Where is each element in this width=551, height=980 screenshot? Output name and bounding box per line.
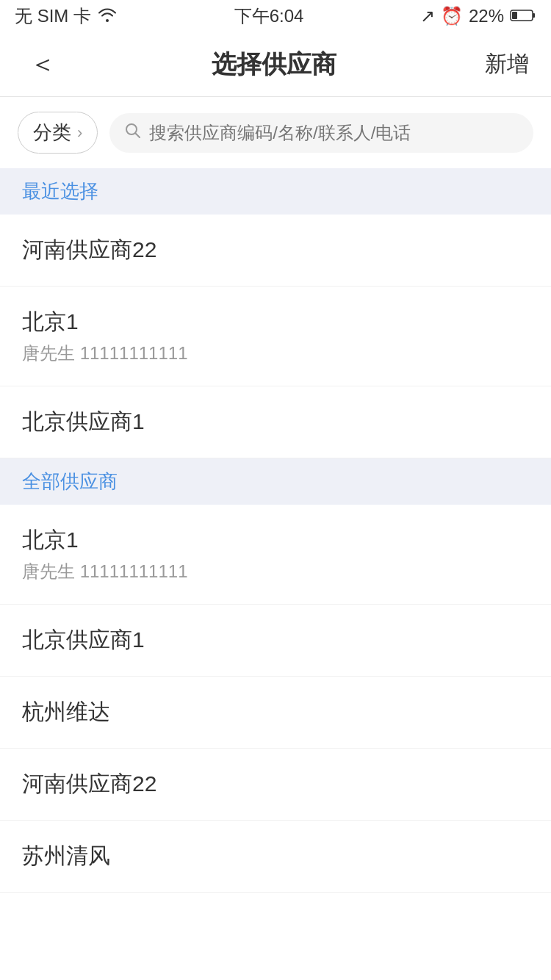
list-item[interactable]: 苏州清风 <box>0 821 551 893</box>
svg-rect-2 <box>512 12 517 19</box>
status-right: ↗ ⏰ 22% <box>420 6 536 26</box>
item-name: 北京供应商1 <box>22 625 529 655</box>
item-name: 北京供应商1 <box>22 407 529 437</box>
list-item[interactable]: 北京供应商1 <box>0 386 551 458</box>
item-name: 河南供应商22 <box>22 769 529 799</box>
item-name: 北京1 <box>22 307 529 337</box>
status-left: 无 SIM 卡 <box>15 4 118 28</box>
list-item[interactable]: 河南供应商22 <box>0 749 551 821</box>
search-icon <box>124 122 142 144</box>
wifi-icon <box>97 6 118 26</box>
category-label: 分类 <box>33 120 71 145</box>
status-time: 下午6:04 <box>234 4 304 28</box>
filter-row: 分类 › <box>0 97 551 168</box>
item-name: 河南供应商22 <box>22 235 529 265</box>
section-title-all: 全部供应商 <box>22 470 118 492</box>
item-sub: 唐先生 11111111111 <box>22 342 529 365</box>
sections-container: 最近选择河南供应商22北京1唐先生 11111111111北京供应商1全部供应商… <box>0 168 551 893</box>
category-button[interactable]: 分类 › <box>18 112 98 154</box>
svg-line-4 <box>136 133 140 137</box>
item-name: 苏州清风 <box>22 841 529 871</box>
location-icon: ↗ <box>420 6 435 26</box>
alarm-icon: ⏰ <box>441 6 463 26</box>
battery-icon <box>510 6 536 26</box>
sim-status: 无 SIM 卡 <box>15 4 91 28</box>
item-sub: 唐先生 11111111111 <box>22 560 529 583</box>
battery-percent: 22% <box>469 6 504 26</box>
back-button[interactable]: ＜ <box>22 39 63 90</box>
list-item[interactable]: 北京供应商1 <box>0 605 551 677</box>
status-bar: 无 SIM 卡 下午6:04 ↗ ⏰ 22% <box>0 0 551 32</box>
list-item[interactable]: 北京1唐先生 11111111111 <box>0 287 551 386</box>
search-bar[interactable] <box>109 113 533 153</box>
add-button[interactable]: 新增 <box>485 49 529 79</box>
section-header-all: 全部供应商 <box>0 458 551 505</box>
chevron-right-icon: › <box>77 123 82 143</box>
list-item[interactable]: 北京1唐先生 11111111111 <box>0 505 551 605</box>
list-item[interactable]: 河南供应商22 <box>0 215 551 287</box>
section-header-recent: 最近选择 <box>0 168 551 215</box>
search-input[interactable] <box>149 123 519 143</box>
section-title-recent: 最近选择 <box>22 180 98 202</box>
nav-bar: ＜ 选择供应商 新增 <box>0 32 551 97</box>
item-name: 杭州维达 <box>22 697 529 727</box>
item-name: 北京1 <box>22 525 529 555</box>
page-title: 选择供应商 <box>212 48 336 82</box>
svg-rect-1 <box>533 13 535 18</box>
list-item[interactable]: 杭州维达 <box>0 677 551 749</box>
